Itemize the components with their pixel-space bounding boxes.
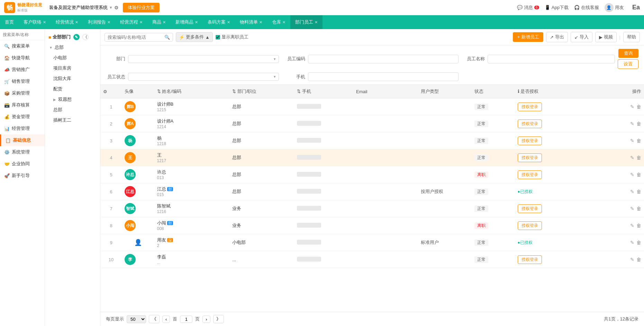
nav-item-history[interactable]: 经营历程 ✕ (115, 15, 147, 29)
close-icon[interactable]: ✕ (75, 20, 78, 25)
close-icon[interactable]: ✕ (163, 20, 166, 25)
sidebar-item-sales[interactable]: 🛒 销售管理 (0, 76, 45, 87)
edit-button[interactable]: ✎ (630, 155, 634, 160)
delete-button[interactable]: 🗑 (636, 104, 641, 109)
nav-item-home[interactable]: 首页 (0, 15, 19, 29)
close-icon[interactable]: ✕ (43, 20, 46, 25)
sidebar-item-quick-nav[interactable]: 🏠 快捷导航 (0, 52, 45, 64)
settings-col-header[interactable]: ⚙ (100, 85, 122, 98)
show-resigned-checkbox[interactable]: 显示离职员工 (216, 34, 248, 40)
auth-login-button[interactable]: 授权登录 (518, 221, 542, 230)
sidebar-item-enterprise[interactable]: 🤝 企业协同 (0, 158, 45, 170)
nav-item-business[interactable]: 经营情况 ✕ (51, 15, 83, 29)
nav-item-material[interactable]: 物料清单 ✕ (235, 15, 267, 29)
trial-button[interactable]: 体验行业方案 (123, 3, 160, 12)
sidebar-item-guide[interactable]: 🚀 新手引导 (0, 170, 45, 182)
import-button[interactable]: ↙ 导入 (571, 32, 592, 42)
delete-button[interactable]: 🗑 (636, 172, 641, 177)
phone-col-header[interactable]: ⇅ 手机 (294, 85, 353, 98)
view-button[interactable]: ▶ 视频 (595, 32, 617, 42)
message-action[interactable]: 💬 消息 6 (517, 5, 539, 11)
nav-item-dept-staff[interactable]: 部门员工 ✕ (290, 15, 323, 29)
edit-button[interactable]: ✎ (630, 189, 634, 194)
name-code-col-header[interactable]: ⇅ 姓名/编码 (154, 85, 230, 98)
nav-item-goods[interactable]: 商品 ✕ (147, 15, 171, 29)
auth-login-button[interactable]: 授权登录 (518, 153, 542, 162)
dept-position-col-header[interactable]: ⇅ 部门/职位 (229, 85, 294, 98)
sidebar-item-marketing[interactable]: 📣 营销推广 (0, 64, 45, 76)
nav-item-warehouse[interactable]: 仓库 ✕ (267, 15, 290, 29)
close-icon[interactable]: ✕ (227, 20, 230, 25)
emp-status-select[interactable]: ▾ (128, 73, 279, 81)
nav-item-barcode[interactable]: 条码方案 ✕ (203, 15, 235, 29)
page-input[interactable] (180, 316, 192, 323)
dept-node-distribute[interactable]: 配货 (45, 84, 100, 94)
nav-item-new-goods[interactable]: 新增商品 ✕ (171, 15, 203, 29)
first-page-button[interactable]: 《 (149, 315, 160, 323)
close-icon[interactable]: ✕ (139, 20, 143, 25)
delete-button[interactable]: 🗑 (636, 257, 641, 262)
auth-login-button[interactable]: 授权登录 (518, 136, 542, 145)
edit-button[interactable]: ✎ (630, 223, 634, 228)
edit-button[interactable]: ✎ (630, 257, 634, 262)
page-size-select[interactable]: 50 100 200 (127, 315, 146, 323)
export-button[interactable]: ↗ 导出 (546, 32, 568, 42)
edit-button[interactable]: ✎ (630, 240, 634, 245)
app-download-action[interactable]: 📱 App下载 (545, 5, 569, 11)
auth-login-button[interactable]: 授权登录 (518, 170, 542, 179)
close-icon[interactable]: ✕ (107, 20, 110, 25)
search-input[interactable] (108, 35, 163, 40)
delete-button[interactable]: 🗑 (636, 206, 641, 211)
last-page-button[interactable]: 》 (213, 315, 224, 323)
edit-button[interactable]: ✎ (630, 104, 634, 109)
sidebar-item-operation[interactable]: 📊 经营管理 (0, 123, 45, 134)
close-icon[interactable]: ✕ (195, 20, 198, 25)
add-employee-button[interactable]: + 新增员工 (513, 32, 543, 42)
dept-node-hq[interactable]: 总部 (45, 105, 100, 115)
auth-login-button[interactable]: 授权登录 (518, 103, 542, 111)
sidebar-item-inventory[interactable]: 🗃️ 库存核算 (0, 99, 45, 111)
delete-button[interactable]: 🗑 (636, 223, 641, 228)
prev-page-button[interactable]: ‹ (162, 316, 170, 323)
edit-button[interactable]: ✎ (630, 121, 634, 126)
sidebar-item-finance[interactable]: 💰 资金管理 (0, 111, 45, 123)
delete-button[interactable]: 🗑 (636, 121, 641, 126)
user-action[interactable]: 👤 用友 (605, 3, 624, 12)
chevron-down-icon[interactable]: ▾ (110, 5, 112, 10)
sidebar-item-basic-info[interactable]: 📋 基础信息 (0, 134, 45, 146)
nav-item-customer[interactable]: 客户联络 ✕ (19, 15, 51, 29)
sidebar-search-input[interactable] (3, 32, 45, 37)
close-icon[interactable]: ✕ (282, 20, 285, 25)
set-button[interactable]: 设置 (618, 59, 638, 69)
sidebar-item-system[interactable]: ⚙️ 系统管理 (0, 146, 45, 158)
help-button[interactable]: 帮助 (623, 32, 640, 42)
emp-code-input[interactable] (308, 55, 459, 63)
phone-input[interactable] (308, 72, 459, 81)
dept-node-shenyang[interactable]: 沈阳大库 (45, 73, 100, 84)
close-icon[interactable]: ✕ (315, 20, 318, 25)
auth-login-button[interactable]: 授权登录 (518, 204, 542, 213)
more-filters-button[interactable]: ⚡ 更多条件 ▲ (176, 32, 213, 42)
next-page-button[interactable]: › (202, 316, 210, 323)
emp-name-input[interactable] (488, 55, 615, 63)
edit-button[interactable]: ✎ (630, 138, 634, 143)
online-support-action[interactable]: 🎧 在线客服 (574, 5, 599, 11)
dept-node-hq-root[interactable]: ▼ 总部 (45, 42, 100, 53)
delete-button[interactable]: 🗑 (636, 138, 641, 143)
dept-node-small-elec[interactable]: 小电部 (45, 53, 100, 63)
delete-button[interactable]: 🗑 (636, 240, 641, 245)
close-icon[interactable]: ✕ (259, 20, 262, 25)
gear-icon[interactable]: ⚙ (114, 5, 119, 10)
query-button[interactable]: 查询 (618, 49, 638, 58)
dept-select[interactable]: ▾ (128, 55, 279, 63)
edit-dept-btn[interactable]: ✎ (73, 34, 80, 40)
nav-item-profit[interactable]: 利润报告 ✕ (83, 15, 115, 29)
sidebar-item-search[interactable]: 🔍 搜索菜单 (0, 40, 45, 52)
edit-button[interactable]: ✎ (630, 172, 634, 177)
auth-login-button[interactable]: 授权登录 (518, 255, 542, 264)
dept-node-project[interactable]: 项目库房 (45, 63, 100, 73)
delete-button[interactable]: 🗑 (636, 189, 641, 194)
collapse-btn[interactable]: 《 (82, 34, 89, 40)
sidebar-item-purchase[interactable]: 📦 采购管理 (0, 87, 45, 99)
dept-node-planting[interactable]: 插树王二 (45, 115, 100, 125)
